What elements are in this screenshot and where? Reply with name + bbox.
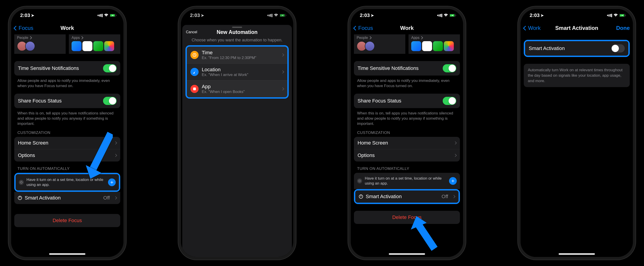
time-sensitive-footer: Allow people and apps to notify you imme… bbox=[354, 76, 460, 89]
time-sensitive-toggle[interactable] bbox=[103, 64, 116, 72]
app-icon bbox=[93, 41, 103, 51]
home-indicator[interactable] bbox=[389, 253, 425, 255]
notch bbox=[553, 9, 600, 18]
add-automation-row[interactable]: Have it turn on at a set time, location … bbox=[354, 173, 460, 189]
app-sub: Ex. "When I open Books" bbox=[202, 90, 278, 94]
add-icon[interactable]: + bbox=[449, 177, 457, 185]
phone-smart-activation: 2:03➤ Work Smart Activation Done Smart A… bbox=[518, 6, 636, 260]
chevron-right-icon bbox=[420, 36, 423, 39]
smart-activation-value: Off bbox=[103, 195, 110, 201]
add-icon[interactable]: + bbox=[108, 179, 116, 186]
smart-activation-toggle-row: Smart Activation bbox=[525, 41, 628, 56]
smart-activation-row[interactable]: Smart Activation Off bbox=[14, 192, 120, 204]
home-indicator[interactable] bbox=[559, 253, 595, 255]
smart-activation-row[interactable]: Smart Activation Off bbox=[355, 191, 458, 203]
time-label: 2:03 bbox=[20, 12, 30, 18]
delete-focus-button[interactable]: Delete Focus bbox=[354, 211, 460, 224]
auto-label: TURN ON AUTOMATICALLY bbox=[14, 162, 120, 173]
location-arrow-icon: ➤ bbox=[371, 13, 374, 18]
people-label: People bbox=[17, 36, 28, 40]
share-status-toggle[interactable] bbox=[103, 97, 116, 105]
time-title: Time bbox=[202, 50, 278, 56]
chevron-right-icon bbox=[114, 196, 117, 200]
automation-time-row[interactable]: Time Ex. "From 12:30 PM to 2:30PM" bbox=[187, 47, 287, 63]
chevron-left-icon bbox=[354, 25, 357, 31]
time-sensitive-row: Time Sensitive Notifications bbox=[354, 61, 460, 75]
allowed-people[interactable]: People bbox=[354, 34, 405, 54]
options-row[interactable]: Options bbox=[354, 149, 460, 162]
delete-focus-button[interactable]: Delete Focus bbox=[14, 214, 120, 227]
time-sensitive-toggle[interactable] bbox=[443, 64, 456, 72]
home-indicator[interactable] bbox=[49, 253, 85, 255]
wifi-icon bbox=[444, 12, 448, 18]
allowed-apps[interactable]: Apps bbox=[69, 34, 120, 54]
app-icon bbox=[422, 41, 432, 51]
app-icon bbox=[433, 41, 443, 51]
allowed-apps[interactable]: Apps bbox=[408, 34, 460, 54]
customization-label: CUSTOMIZATION bbox=[354, 126, 460, 137]
chevron-right-icon bbox=[281, 53, 284, 56]
chevron-right-icon bbox=[114, 154, 117, 157]
smart-activation-label: Smart Activation bbox=[366, 194, 402, 200]
time-sensitive-label: Time Sensitive Notifications bbox=[18, 65, 79, 71]
chevron-left-icon bbox=[524, 25, 527, 31]
chevron-left-icon bbox=[14, 25, 18, 31]
add-automation-row[interactable]: Have it turn on at a set time, location … bbox=[16, 174, 119, 191]
automation-location-row[interactable]: Location Ex. "When I arrive at Work" bbox=[187, 63, 287, 80]
wifi-icon bbox=[614, 12, 618, 18]
sheet-desc: Choose when you want the automation to h… bbox=[186, 36, 289, 45]
svg-rect-8 bbox=[193, 87, 196, 90]
power-icon bbox=[359, 195, 363, 199]
back-button[interactable]: Focus bbox=[14, 25, 33, 31]
signal-icon bbox=[97, 14, 102, 17]
share-status-label: Share Focus Status bbox=[18, 98, 62, 104]
smart-activation-label: Smart Activation bbox=[529, 45, 565, 51]
svg-rect-11 bbox=[456, 15, 456, 16]
allowed-people[interactable]: People bbox=[14, 34, 66, 54]
back-label: Focus bbox=[18, 25, 33, 31]
app-icon bbox=[190, 85, 198, 93]
battery-icon bbox=[110, 12, 116, 18]
share-status-footer: When this is on, tell apps you have noti… bbox=[354, 109, 460, 126]
smart-activation-toggle[interactable] bbox=[611, 44, 625, 52]
chevron-right-icon bbox=[80, 36, 83, 39]
home-screen-row[interactable]: Home Screen bbox=[14, 137, 120, 149]
done-button[interactable]: Done bbox=[616, 25, 630, 31]
back-button[interactable]: Focus bbox=[354, 25, 373, 31]
options-row[interactable]: Options bbox=[14, 149, 120, 162]
time-sensitive-row: Time Sensitive Notifications bbox=[14, 61, 120, 75]
svg-point-3 bbox=[20, 181, 22, 183]
signal-icon bbox=[437, 14, 442, 17]
time-sensitive-label: Time Sensitive Notifications bbox=[358, 65, 418, 71]
options-label: Options bbox=[18, 152, 35, 158]
smart-activation-label: Smart Activation bbox=[25, 195, 61, 201]
chevron-right-icon bbox=[281, 87, 284, 90]
app-icon bbox=[104, 41, 114, 51]
home-screen-row[interactable]: Home Screen bbox=[354, 137, 460, 149]
smart-activation-footer: Automatically turn Work on at relevant t… bbox=[528, 67, 626, 83]
share-status-row: Share Focus Status bbox=[354, 94, 460, 108]
options-label: Options bbox=[358, 152, 375, 158]
phone-new-automation: 2:03➤ Cancel New Automation Choose when … bbox=[178, 6, 296, 260]
phone-work-settings: 2:03➤ Focus Work People bbox=[8, 6, 126, 260]
people-label: People bbox=[357, 36, 368, 40]
auto-desc: Have it turn on at a set time, location … bbox=[365, 176, 446, 186]
battery-icon bbox=[450, 12, 456, 18]
apps-label: Apps bbox=[411, 36, 419, 40]
automation-app-row[interactable]: App Ex. "When I open Books" bbox=[187, 80, 287, 97]
share-status-toggle[interactable] bbox=[443, 97, 456, 105]
time-sensitive-footer: Allow people and apps to notify you imme… bbox=[14, 76, 120, 89]
focus-icon bbox=[19, 180, 24, 185]
smart-activation-value: Off bbox=[442, 194, 448, 200]
apps-label: Apps bbox=[72, 36, 80, 40]
auto-label: TURN ON AUTOMATICALLY bbox=[354, 162, 460, 173]
chevron-right-icon bbox=[114, 141, 117, 145]
back-button[interactable]: Work bbox=[524, 25, 541, 31]
app-icon bbox=[82, 41, 92, 51]
customization-label: CUSTOMIZATION bbox=[14, 126, 120, 137]
svg-point-12 bbox=[359, 180, 360, 182]
svg-rect-15 bbox=[626, 15, 626, 16]
share-status-footer: When this is on, tell apps you have noti… bbox=[14, 109, 120, 126]
avatar bbox=[25, 41, 35, 51]
chevron-right-icon bbox=[29, 36, 32, 39]
